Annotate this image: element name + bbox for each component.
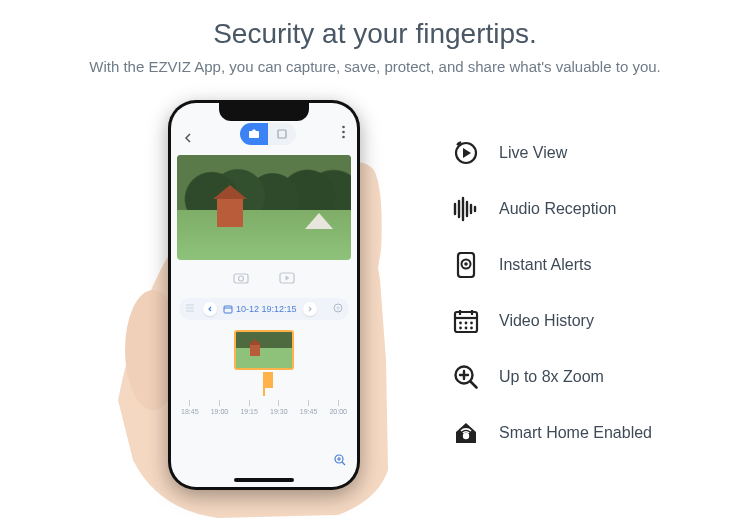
ruler-tick: 19:00 xyxy=(211,400,229,415)
feature-label: Smart Home Enabled xyxy=(499,424,652,442)
history-icon xyxy=(453,308,479,334)
feature-smart-home: Smart Home Enabled xyxy=(453,420,652,446)
calendar-mini-icon xyxy=(223,304,233,314)
svg-point-18 xyxy=(459,322,462,325)
live-view-image[interactable] xyxy=(177,155,351,260)
svg-point-7 xyxy=(239,276,244,281)
svg-point-21 xyxy=(459,327,462,330)
ruler-tick: 19:45 xyxy=(300,400,318,415)
feature-audio-reception: Audio Reception xyxy=(453,196,652,222)
audio-icon xyxy=(453,196,479,222)
feature-label: Instant Alerts xyxy=(499,256,592,274)
alerts-icon xyxy=(453,252,479,278)
view-toggle[interactable] xyxy=(240,123,296,145)
home-indicator xyxy=(234,478,294,482)
list-icon[interactable] xyxy=(185,303,195,315)
feature-zoom: Up to 8x Zoom xyxy=(453,364,652,390)
feature-live-view: Live View xyxy=(453,140,652,166)
timeline-playhead[interactable] xyxy=(171,372,357,396)
svg-point-16 xyxy=(464,262,468,266)
ruler-tick: 19:15 xyxy=(240,400,258,415)
zoom-icon xyxy=(453,364,479,390)
page-subheading: With the EZVIZ App, you can capture, sav… xyxy=(0,58,750,75)
ruler-tick: 20:00 xyxy=(329,400,347,415)
svg-point-20 xyxy=(470,322,473,325)
svg-rect-6 xyxy=(234,274,248,283)
feature-label: Live View xyxy=(499,144,567,162)
prev-arrow-icon[interactable] xyxy=(203,302,217,316)
feature-label: Up to 8x Zoom xyxy=(499,368,604,386)
page-heading: Security at your fingertips. xyxy=(0,18,750,50)
svg-point-19 xyxy=(465,322,468,325)
svg-point-4 xyxy=(342,131,345,134)
more-icon[interactable] xyxy=(342,125,345,143)
live-view-icon xyxy=(453,140,479,166)
playback-icon[interactable] xyxy=(279,270,295,288)
phone-frame: 10-12 19:12:15 ? xyxy=(168,100,360,490)
list-tab-icon[interactable] xyxy=(268,123,296,145)
feature-video-history: Video History xyxy=(453,308,652,334)
phone-notch xyxy=(219,103,309,121)
timeline-ruler[interactable]: 18:45 19:00 19:15 19:30 19:45 20:00 xyxy=(181,400,347,424)
ruler-tick: 18:45 xyxy=(181,400,199,415)
timeline-date[interactable]: 10-12 19:12:15 xyxy=(223,304,297,314)
svg-point-3 xyxy=(342,126,345,129)
svg-point-22 xyxy=(465,327,468,330)
svg-rect-1 xyxy=(249,131,259,138)
svg-rect-2 xyxy=(278,130,286,138)
camera-tab-icon[interactable] xyxy=(240,123,268,145)
svg-point-25 xyxy=(463,433,469,439)
timeline-date-text: 10-12 19:12:15 xyxy=(236,304,297,314)
back-icon[interactable] xyxy=(183,129,193,139)
svg-text:?: ? xyxy=(336,306,340,312)
help-icon[interactable]: ? xyxy=(333,303,343,315)
event-thumbnail[interactable] xyxy=(234,330,294,370)
feature-label: Video History xyxy=(499,312,594,330)
feature-label: Audio Reception xyxy=(499,200,616,218)
timeline-zoom-icon[interactable] xyxy=(333,453,347,471)
next-arrow-icon[interactable] xyxy=(303,302,317,316)
snapshot-icon[interactable] xyxy=(233,270,249,288)
svg-rect-9 xyxy=(224,306,232,313)
feature-instant-alerts: Instant Alerts xyxy=(453,252,652,278)
feature-list: Live View Audio Reception Instant Alerts… xyxy=(453,140,652,476)
svg-point-5 xyxy=(342,136,345,139)
phone-in-hand: 10-12 19:12:15 ? xyxy=(98,100,398,519)
svg-point-23 xyxy=(470,327,473,330)
ruler-tick: 19:30 xyxy=(270,400,288,415)
home-icon xyxy=(453,420,479,446)
